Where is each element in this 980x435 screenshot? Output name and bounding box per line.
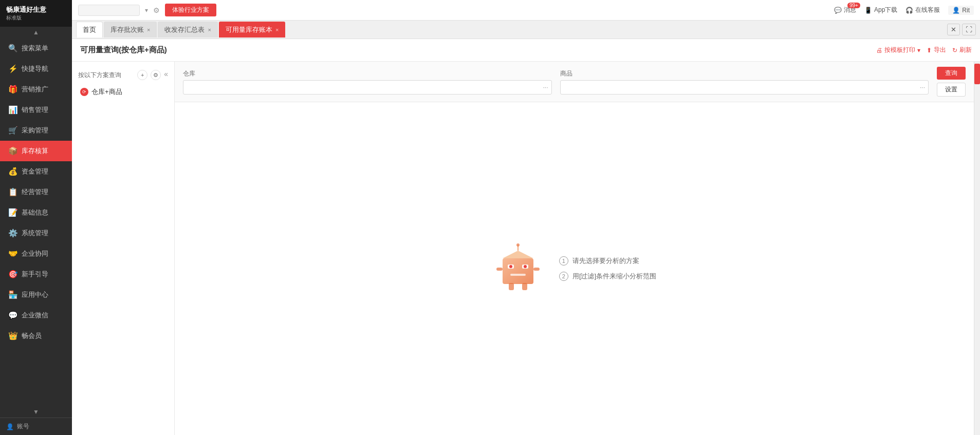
tabs-end-buttons: ✕ ⛶: [947, 24, 976, 35]
app-download-button[interactable]: 📱 App下载: [864, 6, 897, 14]
svg-point-5: [524, 265, 527, 268]
query-actions: 查询 设置: [937, 67, 966, 97]
sidebar-item-label-vip: 畅会员: [22, 331, 42, 341]
sidebar-item-search[interactable]: 🔍 搜索菜单: [0, 38, 72, 59]
sidebar-nav: 🔍 搜索菜单 ⚡ 快捷导航 🎁 营销推广 📊 销售管理 🛒 采购管理 📦 库存核…: [0, 38, 72, 406]
tab-batch[interactable]: 库存批次账 ×: [104, 22, 157, 37]
tab-available[interactable]: 可用量库存账本 ×: [219, 22, 285, 37]
guide-icon: 🎯: [8, 270, 17, 279]
user-profile[interactable]: 👤 Rit: [948, 6, 974, 15]
warehouse-field: 仓库 ···: [183, 69, 552, 94]
query-bar: 仓库 ··· 商品 ··· 查询 设置: [175, 62, 974, 102]
sidebar-item-vip[interactable]: 👑 畅会员: [0, 326, 72, 346]
page-title: 可用量查询(按仓库+商品): [80, 45, 167, 55]
sidebar-item-shortcut[interactable]: ⚡ 快捷导航: [0, 59, 72, 79]
tip-num-1: 1: [559, 256, 568, 266]
sidebar-scroll-down[interactable]: ▼: [0, 406, 72, 418]
sidebar-item-purchase[interactable]: 🛒 采购管理: [0, 120, 72, 141]
svg-rect-10: [533, 268, 540, 271]
sidebar-item-collab[interactable]: 🤝 企业协同: [0, 243, 72, 264]
query-button[interactable]: 查询: [937, 67, 966, 80]
query-settings-button[interactable]: 设置: [937, 83, 966, 97]
brand-name: 畅康通好生意: [6, 5, 46, 14]
warehouse-more-button[interactable]: ···: [543, 84, 548, 91]
sidebar-footer[interactable]: 👤 账号: [0, 418, 72, 435]
sidebar-item-label-appstore: 应用中心: [22, 290, 48, 299]
export-button[interactable]: ⬆ 导出: [927, 46, 946, 54]
print-icon: 🖨: [876, 47, 882, 54]
filter-header: 按以下方案查询 + ⚙ «: [72, 67, 174, 83]
sidebar-item-marketing[interactable]: 🎁 营销推广: [0, 79, 72, 100]
main-area: ▾ ⚙ 体验行业方案 💬 消息 99+ 📱 App下载 🎧 在线客服 👤 Rit: [72, 0, 980, 435]
messages-button[interactable]: 💬 消息 99+: [834, 6, 856, 14]
svg-rect-6: [510, 274, 526, 276]
page-actions: 🖨 按模板打印 ▾ ⬆ 导出 ↻ 刷新: [876, 46, 972, 54]
page-header: 可用量查询(按仓库+商品) 🖨 按模板打印 ▾ ⬆ 导出 ↻ 刷新: [72, 39, 980, 62]
tab-available-label: 可用量库存账本: [226, 25, 272, 34]
tip-1-text: 请先选择要分析的方案: [572, 256, 639, 266]
tab-expand-button[interactable]: ⛶: [962, 24, 976, 35]
sidebar-item-label-sales: 销售管理: [22, 105, 48, 115]
user-avatar-icon: 👤: [952, 7, 960, 14]
print-template-button[interactable]: 🖨 按模板打印 ▾: [876, 46, 920, 54]
goods-label: 商品: [560, 69, 929, 78]
goods-more-button[interactable]: ···: [920, 84, 925, 91]
sidebar: 畅康通好生意 标准版 ▲ 🔍 搜索菜单 ⚡ 快捷导航 🎁 营销推广 📊 销售管理…: [0, 0, 72, 435]
filter-item-icon: ⟳: [80, 88, 88, 96]
right-scrollbar[interactable]: [974, 62, 980, 435]
filter-add-button[interactable]: +: [137, 70, 147, 80]
goods-input[interactable]: [564, 84, 920, 91]
svg-marker-1: [503, 251, 533, 258]
search-input[interactable]: [78, 5, 140, 16]
tab-available-close[interactable]: ×: [275, 27, 279, 33]
topbar-right: 💬 消息 99+ 📱 App下载 🎧 在线客服 👤 Rit: [834, 6, 974, 15]
print-chevron-icon: ▾: [917, 47, 920, 54]
message-icon: 💬: [834, 7, 842, 14]
settings-icon[interactable]: ⚙: [153, 6, 160, 14]
warehouse-input[interactable]: [187, 84, 543, 91]
export-icon: ⬆: [927, 47, 932, 54]
sidebar-item-sales[interactable]: 📊 销售管理: [0, 100, 72, 120]
right-panel: 仓库 ··· 商品 ··· 查询 设置: [175, 62, 974, 435]
tab-batch-close[interactable]: ×: [147, 27, 150, 33]
sidebar-item-label-finance: 资金管理: [22, 167, 48, 176]
sidebar-item-system[interactable]: ⚙️ 系统管理: [0, 223, 72, 243]
basic-icon: 📝: [8, 208, 17, 217]
empty-tip-2: 2 用[过滤]条件来缩小分析范围: [559, 272, 656, 281]
filter-panel: 按以下方案查询 + ⚙ « ⟳ 仓库+商品: [72, 62, 175, 435]
appstore-icon: 🏪: [8, 290, 17, 299]
content-area: 按以下方案查询 + ⚙ « ⟳ 仓库+商品 仓库 ···: [72, 62, 980, 435]
sidebar-item-inventory[interactable]: 📦 库存核算: [0, 141, 72, 161]
headset-icon: 🎧: [905, 7, 913, 14]
tab-summary-close[interactable]: ×: [208, 27, 211, 33]
empty-tips: 1 请先选择要分析的方案 2 用[过滤]条件来缩小分析范围: [559, 256, 656, 281]
tab-home[interactable]: 首页: [76, 22, 103, 37]
app-label: App下载: [874, 6, 897, 14]
sidebar-item-operation[interactable]: 📋 经营管理: [0, 182, 72, 202]
filter-settings-button[interactable]: ⚙: [151, 70, 161, 80]
collab-icon: 🤝: [8, 249, 17, 258]
refresh-icon: ↻: [952, 47, 957, 54]
sidebar-item-finance[interactable]: 💰 资金管理: [0, 161, 72, 182]
tip-2-text: 用[过滤]条件来缩小分析范围: [572, 272, 656, 281]
filter-collapse-button[interactable]: «: [164, 70, 168, 80]
operation-icon: 📋: [8, 187, 17, 197]
customer-service-button[interactable]: 🎧 在线客服: [905, 6, 940, 14]
purchase-icon: 🛒: [8, 126, 17, 135]
filter-item-label: 仓库+商品: [91, 87, 122, 97]
sidebar-scroll-up[interactable]: ▲: [0, 27, 72, 38]
refresh-button[interactable]: ↻ 刷新: [952, 46, 972, 54]
empty-state: 1 请先选择要分析的方案 2 用[过滤]条件来缩小分析范围: [175, 102, 974, 435]
sidebar-item-appstore[interactable]: 🏪 应用中心: [0, 285, 72, 305]
sidebar-item-wechat[interactable]: 💬 企业微信: [0, 305, 72, 326]
tab-summary[interactable]: 收发存汇总表 ×: [158, 22, 217, 37]
sidebar-item-guide[interactable]: 🎯 新手引导: [0, 264, 72, 285]
trial-button[interactable]: 体验行业方案: [165, 4, 216, 16]
empty-tip-1: 1 请先选择要分析的方案: [559, 256, 656, 266]
filter-item-warehouse-goods[interactable]: ⟳ 仓库+商品: [72, 83, 174, 101]
brand-edition: 标准版: [6, 14, 22, 22]
tabs-bar: 首页 库存批次账 × 收发存汇总表 × 可用量库存账本 × ✕ ⛶: [72, 21, 980, 39]
sidebar-item-basic[interactable]: 📝 基础信息: [0, 202, 72, 223]
tab-close-all-button[interactable]: ✕: [947, 24, 960, 35]
chevron-down-icon[interactable]: ▾: [145, 7, 148, 14]
